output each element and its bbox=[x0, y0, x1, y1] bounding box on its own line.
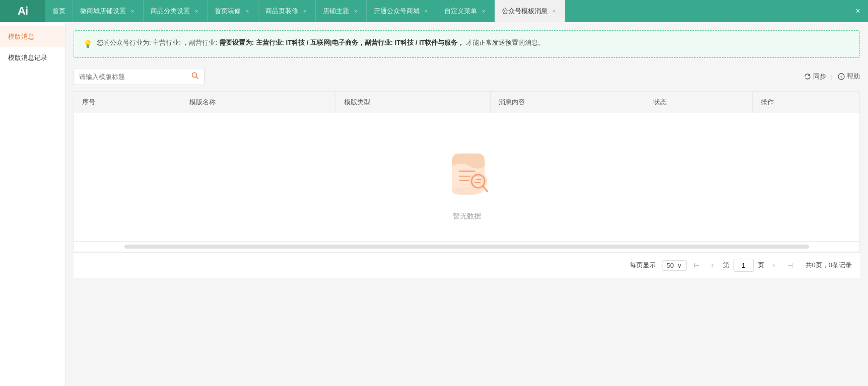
alert-icon: 💡 bbox=[83, 38, 93, 50]
main-layout: 模版消息模版消息记录 💡 您的公众号行业为: 主营行业: ，副营行业: 需要设置… bbox=[0, 22, 868, 386]
sidebar-item-template-msg[interactable]: 模版消息 bbox=[0, 26, 65, 47]
search-bar: 同步 | ? 帮助 bbox=[74, 68, 860, 85]
search-input[interactable] bbox=[79, 73, 191, 81]
empty-state: 暂无数据 bbox=[74, 113, 860, 242]
app-logo: Ai bbox=[0, 0, 45, 22]
top-nav: Ai 首页微商城店铺设置×商品分类设置×首页装修×商品页装修×店铺主题×开通公众… bbox=[0, 0, 868, 22]
col-header-content: 消息内容 bbox=[490, 92, 645, 113]
horizontal-scrollbar[interactable] bbox=[124, 245, 809, 249]
per-page-value: 50 bbox=[666, 262, 674, 269]
page-label: 第 bbox=[723, 261, 729, 270]
total-info: 共0页，0条记录 bbox=[806, 261, 852, 270]
sync-button[interactable]: 同步 bbox=[804, 72, 826, 81]
table-container: 序号模版名称模版类型消息内容状态操作 bbox=[74, 91, 860, 252]
page-input[interactable] bbox=[733, 259, 754, 272]
col-header-status: 状态 bbox=[645, 92, 752, 113]
col-header-name: 模版名称 bbox=[181, 92, 336, 113]
scrollbar-row[interactable] bbox=[74, 242, 860, 252]
close-tab-icon[interactable]: × bbox=[480, 8, 487, 15]
industry-alert: 💡 您的公众号行业为: 主营行业: ，副营行业: 需要设置为: 主营行业: IT… bbox=[74, 30, 860, 58]
toolbar-right: 同步 | ? 帮助 bbox=[804, 72, 860, 81]
sidebar-item-template-msg-records[interactable]: 模版消息记录 bbox=[0, 47, 65, 68]
close-tab-icon[interactable]: × bbox=[551, 8, 558, 15]
alert-text-bold: 需要设置为: 主营行业: IT科技 / 互联网|电子商务，副营行业: IT科技 … bbox=[219, 39, 464, 46]
nav-tab-home-decor[interactable]: 首页装修× bbox=[208, 0, 258, 22]
sync-icon bbox=[804, 73, 811, 80]
first-page-button[interactable]: ⊢ bbox=[691, 259, 703, 271]
nav-tab-open-mall[interactable]: 开通公众号商城× bbox=[367, 0, 437, 22]
svg-line-1 bbox=[196, 77, 198, 79]
svg-point-13 bbox=[474, 177, 477, 180]
col-header-type: 模版类型 bbox=[336, 92, 490, 113]
nav-tab-shop-settings[interactable]: 微商城店铺设置× bbox=[73, 0, 144, 22]
close-tab-icon[interactable]: × bbox=[423, 8, 430, 15]
sidebar: 模版消息模版消息记录 bbox=[0, 22, 65, 386]
close-tab-icon[interactable]: × bbox=[193, 8, 200, 15]
close-tab-icon[interactable]: × bbox=[352, 8, 359, 15]
close-all-button[interactable]: × bbox=[848, 0, 868, 22]
search-input-wrap[interactable] bbox=[74, 68, 205, 85]
nav-tab-product-decor[interactable]: 商品页装修× bbox=[258, 0, 316, 22]
empty-text: 暂无数据 bbox=[453, 212, 481, 221]
chevron-down-icon: ∨ bbox=[677, 262, 682, 269]
nav-tab-custom-menu[interactable]: 自定义菜单× bbox=[437, 0, 495, 22]
last-page-button[interactable]: ⊣ bbox=[784, 259, 796, 271]
nav-tab-home[interactable]: 首页 bbox=[45, 0, 73, 22]
page-unit: 页 bbox=[758, 261, 764, 270]
nav-tab-template-msg[interactable]: 公众号模板消息× bbox=[495, 0, 565, 22]
alert-text-prefix: 您的公众号行业为: 主营行业: ，副营行业: bbox=[97, 39, 219, 46]
alert-text-suffix: 才能正常发送预置的消息。 bbox=[466, 39, 545, 46]
alert-content: 您的公众号行业为: 主营行业: ，副营行业: 需要设置为: 主营行业: IT科技… bbox=[97, 38, 545, 48]
col-header-action: 操作 bbox=[752, 92, 859, 113]
per-page-label: 每页显示 bbox=[630, 261, 656, 270]
close-tab-icon[interactable]: × bbox=[129, 8, 136, 15]
pagination: 每页显示 50 ∨ ⊢ ‹ 第 页 › ⊣ 共0页，0条记录 bbox=[74, 252, 860, 278]
svg-text:?: ? bbox=[840, 75, 843, 80]
nav-tab-category-settings[interactable]: 商品分类设置× bbox=[144, 0, 208, 22]
empty-illustration bbox=[437, 143, 497, 204]
close-tab-icon[interactable]: × bbox=[244, 8, 251, 15]
prev-page-button[interactable]: ‹ bbox=[707, 259, 719, 271]
nav-tabs: 首页微商城店铺设置×商品分类设置×首页装修×商品页装修×店铺主题×开通公众号商城… bbox=[45, 0, 848, 22]
nav-tab-shop-theme[interactable]: 店铺主题× bbox=[316, 0, 367, 22]
search-icon bbox=[191, 72, 199, 80]
close-tab-icon[interactable]: × bbox=[301, 8, 308, 15]
search-button[interactable] bbox=[191, 72, 199, 81]
help-icon: ? bbox=[838, 73, 845, 80]
content-area: 💡 您的公众号行业为: 主营行业: ，副营行业: 需要设置为: 主营行业: IT… bbox=[65, 22, 868, 386]
col-header-seq: 序号 bbox=[74, 92, 181, 113]
toolbar-divider: | bbox=[831, 73, 833, 81]
data-table: 序号模版名称模版类型消息内容状态操作 bbox=[74, 91, 860, 113]
help-button[interactable]: ? 帮助 bbox=[838, 72, 860, 81]
next-page-button[interactable]: › bbox=[768, 259, 780, 271]
per-page-select[interactable]: 50 ∨ bbox=[662, 260, 686, 271]
